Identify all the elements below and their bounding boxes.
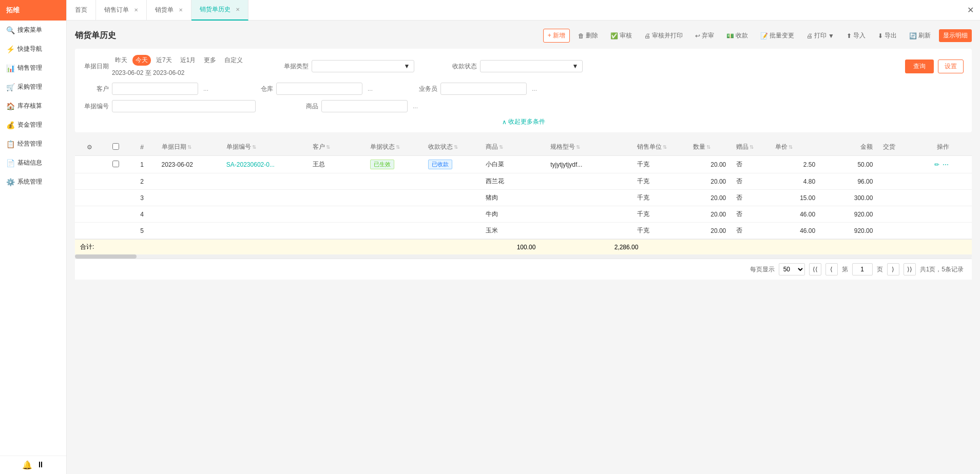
sidebar-item-ops[interactable]: 📋 经营管理 — [0, 134, 66, 153]
th-goods[interactable]: 商品 ⇅ — [481, 139, 545, 156]
sidebar-item-inventory[interactable]: 🏠 库存核算 — [0, 96, 66, 115]
print-button[interactable]: 🖨 打印 ▼ — [802, 29, 838, 42]
print-dropdown-icon: ▼ — [828, 32, 834, 40]
scrollbar-thumb[interactable] — [75, 254, 137, 259]
th-price[interactable]: 单价 ⇅ — [770, 139, 820, 156]
row-action-button[interactable]: ✏ — [934, 161, 939, 168]
tab-sales-order-close[interactable]: ✕ — [134, 7, 138, 13]
th-gift-label: 赠品 — [736, 143, 748, 151]
page-number-input[interactable] — [852, 263, 873, 275]
review-print-button[interactable]: 🖨 审核并打印 — [640, 29, 687, 42]
th-client[interactable]: 客户 ⇅ — [308, 139, 365, 156]
sidebar-item-label: 搜索菜单 — [17, 26, 42, 34]
doc-number-input[interactable] — [112, 100, 256, 112]
abandon-button[interactable]: ↩ 弃审 — [691, 29, 718, 42]
row-code[interactable] — [221, 173, 308, 190]
row-checkbox[interactable] — [112, 161, 119, 167]
date-tab-1month[interactable]: 近1月 — [177, 55, 199, 66]
staff-input[interactable] — [440, 83, 527, 95]
th-qty[interactable]: 数量 ⇅ — [688, 139, 731, 156]
row-checkbox-cell[interactable] — [104, 173, 127, 190]
query-button[interactable]: 查询 — [905, 60, 934, 73]
th-code[interactable]: 单据编号 ⇅ — [221, 139, 308, 156]
pay-status-dropdown-icon: ▼ — [572, 63, 578, 70]
delete-button[interactable]: 🗑 删除 — [574, 29, 602, 42]
th-unit[interactable]: 销售单位 ⇅ — [632, 139, 688, 156]
row-code-link[interactable]: SA-20230602-0... — [226, 161, 275, 168]
tab-home[interactable]: 首页 — [67, 0, 96, 21]
sidebar-item-system[interactable]: ⚙️ 系统管理 — [0, 172, 66, 191]
refresh-button[interactable]: 🔄 刷新 — [905, 29, 935, 42]
th-deal-label: 交货 — [883, 143, 895, 150]
tab-sales-goods-close[interactable]: ✕ — [179, 7, 183, 13]
per-page-select[interactable]: 50 20 100 200 — [779, 263, 805, 275]
doc-status-sort-icon: ⇅ — [396, 144, 400, 150]
row-code[interactable] — [221, 223, 308, 239]
settings-button[interactable]: 设置 — [938, 60, 964, 73]
goods-input[interactable] — [321, 100, 408, 112]
review-button[interactable]: ✅ 审核 — [606, 29, 636, 42]
sidebar-item-search-menu[interactable]: 🔍 搜索菜单 — [0, 21, 66, 40]
sidebar-item-basic-info[interactable]: 📄 基础信息 — [0, 153, 66, 172]
client-input[interactable] — [112, 83, 198, 95]
select-all-checkbox[interactable] — [112, 143, 119, 150]
date-tab-7days[interactable]: 近7天 — [153, 55, 175, 66]
th-date[interactable]: 单据日期 ⇅ — [157, 139, 221, 156]
row-checkbox-cell[interactable] — [104, 206, 127, 223]
print-icon: 🖨 — [806, 32, 813, 40]
th-doc-status[interactable]: 单据状态 ⇅ — [365, 139, 422, 156]
tab-sales-history-close[interactable]: ✕ — [236, 7, 240, 12]
batch-change-button[interactable]: 📝 批量变更 — [756, 29, 798, 42]
first-page-button[interactable]: ⟨⟨ — [809, 263, 821, 275]
staff-dots-button[interactable]: ... — [530, 84, 539, 93]
notification-icon[interactable]: 🔔 — [22, 460, 32, 470]
tab-sales-goods[interactable]: 销货单 ✕ — [147, 0, 191, 21]
row-action-button[interactable]: ⋯ — [943, 161, 949, 168]
summary-label: 合计: — [80, 243, 94, 251]
th-spec[interactable]: 规格型号 ⇅ — [545, 139, 631, 156]
row-code[interactable]: SA-20230602-0... — [221, 156, 308, 173]
sidebar-item-sales-mgmt[interactable]: 📊 销售管理 — [0, 58, 66, 77]
window-close-button[interactable]: ✕ — [961, 5, 980, 15]
pause-icon[interactable]: ⏸ — [36, 460, 45, 470]
show-detail-button[interactable]: 显示明细 — [939, 29, 972, 42]
collapse-button[interactable]: ∧ 收起更多条件 — [83, 117, 964, 126]
row-checkbox-cell[interactable] — [104, 190, 127, 206]
refresh-icon: 🔄 — [909, 32, 917, 40]
table-settings-icon[interactable]: ⚙ — [87, 144, 92, 151]
th-gift[interactable]: 赠品 ⇅ — [731, 139, 770, 156]
warehouse-input[interactable] — [276, 83, 362, 95]
th-pay-status[interactable]: 收款状态 ⇅ — [423, 139, 481, 156]
row-checkbox-cell[interactable] — [104, 223, 127, 239]
date-tab-custom[interactable]: 自定义 — [221, 55, 246, 66]
sidebar-item-finance[interactable]: 💰 资金管理 — [0, 115, 66, 134]
date-tab-yesterday[interactable]: 昨天 — [112, 55, 130, 66]
row-code[interactable] — [221, 206, 308, 223]
horizontal-scrollbar[interactable] — [75, 254, 972, 259]
row-checkbox-cell[interactable] — [104, 156, 127, 173]
filter-goods: 商品 ... — [293, 100, 420, 112]
sidebar-item-purchase-mgmt[interactable]: 🛒 采购管理 — [0, 77, 66, 96]
date-tab-today[interactable]: 今天 — [132, 55, 151, 66]
tab-sales-history[interactable]: 销货单历史 ✕ — [191, 0, 248, 21]
warehouse-dots-button[interactable]: ... — [366, 84, 375, 93]
row-code[interactable] — [221, 190, 308, 206]
export-button[interactable]: ⬇ 导出 — [874, 29, 901, 42]
doc-type-select[interactable]: ▼ — [312, 60, 414, 72]
client-dots-button[interactable]: ... — [201, 84, 210, 93]
sidebar-item-quick-nav[interactable]: ⚡ 快捷导航 — [0, 40, 66, 58]
collect-button[interactable]: 💵 收款 — [722, 29, 752, 42]
date-tab-more[interactable]: 更多 — [201, 55, 219, 66]
next-page-button[interactable]: ⟩ — [887, 263, 899, 275]
pay-status-select[interactable]: ▼ — [480, 60, 583, 72]
tab-sales-order[interactable]: 销售订单 ✕ — [96, 0, 147, 21]
goods-dots-button[interactable]: ... — [411, 102, 420, 111]
prev-page-button[interactable]: ⟨ — [825, 263, 838, 275]
last-page-button[interactable]: ⟩⟩ — [904, 263, 916, 275]
new-button[interactable]: + 新增 — [543, 29, 570, 43]
th-settings[interactable]: ⚙ — [75, 139, 104, 156]
table-summary: 合计: 100.00 2,286.00 — [75, 239, 972, 254]
import-button[interactable]: ⬆ 导入 — [842, 29, 870, 42]
th-checkbox[interactable] — [104, 139, 127, 156]
date-tabs-group: 昨天 今天 近7天 近1月 更多 自定义 2023-06-02 至 2023-0… — [112, 55, 246, 77]
